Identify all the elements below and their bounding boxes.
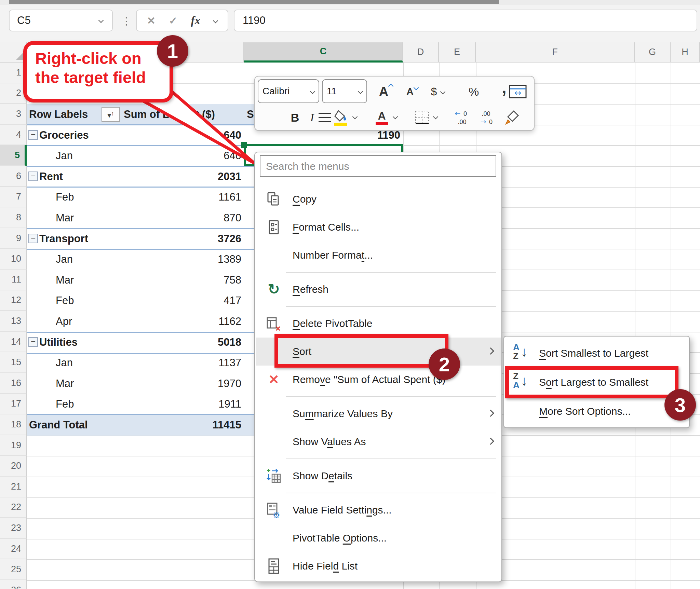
chevron-down-icon[interactable]	[352, 114, 358, 120]
budget-value: 2031	[218, 166, 241, 187]
row-header-11[interactable]: 11	[0, 270, 27, 290]
menu-item-remove-sum-of-actual-spent[interactable]: ✕Remove "Sum of Actual Spent ($)"	[256, 366, 501, 394]
font-name-value: Calibri	[262, 86, 290, 97]
row-header-5[interactable]: 5	[0, 145, 27, 166]
column-header-E[interactable]: E	[439, 42, 476, 63]
menu-item-show-details[interactable]: Show Details	[256, 462, 501, 490]
menu-item-show-values-as[interactable]: Show Values As	[256, 428, 501, 456]
formula-actions: ✕ ✓ fx	[136, 10, 228, 31]
menu-item-value-field-settings[interactable]: ⚙Value Field Settings...	[256, 496, 501, 524]
row-header-12[interactable]: 12	[0, 290, 27, 311]
row-header-23[interactable]: 23	[0, 518, 27, 539]
merge-cells-button[interactable]: ↔	[506, 81, 530, 102]
pivot-row-label: Utilities	[39, 332, 78, 353]
column-header-G[interactable]: G	[635, 42, 671, 63]
menu-item-label: Hide Field List	[293, 552, 358, 580]
collapse-button[interactable]: −	[28, 172, 38, 181]
delete-pivottable-icon: ✕	[266, 316, 282, 331]
row-header-3[interactable]: 3	[0, 104, 27, 125]
annotation-callout: Right-click on the target field	[23, 41, 173, 102]
row-header-22[interactable]: 22	[0, 497, 27, 518]
row-header-17[interactable]: 17	[0, 394, 27, 415]
row-header-10[interactable]: 10	[0, 249, 27, 270]
collapse-button[interactable]: −	[28, 234, 38, 243]
row-header-19[interactable]: 19	[0, 435, 27, 456]
menu-item-label: Show Details	[293, 462, 352, 490]
menu-item-delete-pivottable[interactable]: ✕Delete PivotTable	[256, 310, 501, 338]
menu-item-number-format[interactable]: Number Format...	[256, 241, 501, 269]
svg-text:✕: ✕	[275, 325, 281, 331]
row-header-21[interactable]: 21	[0, 477, 27, 497]
menu-item-label: PivotTable Options...	[293, 524, 387, 552]
row-header-13[interactable]: 13	[0, 311, 27, 332]
font-name-select[interactable]: Calibri	[258, 79, 319, 103]
chevron-down-icon[interactable]	[213, 18, 218, 23]
grow-font-button[interactable]: A	[373, 81, 398, 102]
submenu-chevron-icon	[487, 438, 494, 445]
row-header-9[interactable]: 9	[0, 228, 27, 249]
collapse-button[interactable]: −	[28, 337, 38, 347]
accounting-format-button[interactable]: $	[426, 81, 450, 102]
collapse-button[interactable]: −	[28, 130, 38, 140]
menu-item-summarize-values-by[interactable]: Summarize Values By	[256, 400, 501, 428]
budget-value: 1911	[218, 394, 241, 414]
column-header-D[interactable]: D	[403, 42, 439, 63]
name-box[interactable]: C5	[9, 10, 113, 31]
column-header-H[interactable]: H	[671, 42, 700, 63]
mini-toolbar: Calibri11AA$%,↔BIA←0.00.00→0	[254, 76, 535, 131]
menu-item-hide-field-list[interactable]: Hide Field List	[256, 552, 501, 580]
submenu-item-more-sort-options[interactable]: More Sort Options...	[505, 397, 688, 426]
menu-separator	[286, 458, 496, 459]
row-header-18[interactable]: 18	[0, 414, 27, 435]
font-color-button[interactable]: A	[371, 107, 393, 128]
svg-text:.00: .00	[458, 119, 466, 125]
row-header-25[interactable]: 25	[0, 559, 27, 580]
budget-column-header: Sum of Budget ($)	[124, 104, 215, 125]
pivot-row-label: Mar	[56, 373, 74, 394]
font-size-select[interactable]: 11	[322, 79, 367, 103]
enter-icon[interactable]: ✓	[169, 15, 177, 27]
row-header-26[interactable]: 26	[0, 580, 27, 589]
menu-item-format-cells[interactable]: Format Cells...	[256, 213, 501, 241]
row-header-16[interactable]: 16	[0, 373, 27, 394]
decrease-decimal-button[interactable]: ←0.00	[451, 107, 473, 128]
pivot-row-label: Mar	[56, 207, 74, 228]
row-header-1[interactable]: 1	[0, 63, 27, 83]
percent-style-button[interactable]: %	[461, 81, 486, 102]
step-badge-1: 1	[157, 35, 188, 67]
menu-item-refresh[interactable]: ↻Refresh	[256, 275, 501, 303]
cancel-icon[interactable]: ✕	[147, 15, 156, 27]
row-header-14[interactable]: 14	[0, 332, 27, 353]
formula-input[interactable]: 1190	[234, 10, 697, 31]
chevron-down-icon[interactable]	[393, 114, 398, 120]
highlight-box-sort-largest	[505, 366, 678, 398]
borders-button[interactable]	[411, 107, 433, 128]
menu-search-input[interactable]	[260, 156, 502, 177]
row-header-24[interactable]: 24	[0, 539, 27, 560]
selected-cell-border-top	[244, 144, 403, 146]
column-header-C[interactable]: C	[244, 42, 403, 63]
row-header-2[interactable]: 2	[0, 83, 27, 104]
increase-decimal-button[interactable]: .00→0	[476, 107, 498, 128]
row-labels-filter-button[interactable]: ▾↑	[102, 107, 120, 122]
chevron-down-icon[interactable]	[98, 18, 104, 23]
row-header-20[interactable]: 20	[0, 456, 27, 477]
format-painter-button[interactable]	[501, 107, 523, 128]
fill-color-button[interactable]	[331, 107, 352, 128]
row-header-8[interactable]: 8	[0, 207, 27, 228]
menu-item-pivottable-options[interactable]: PivotTable Options...	[256, 524, 501, 552]
row-header-4[interactable]: 4	[0, 125, 27, 146]
shrink-font-button[interactable]: A	[400, 81, 424, 102]
column-header-F[interactable]: F	[476, 42, 635, 63]
row-header-15[interactable]: 15	[0, 352, 27, 373]
menu-search-box[interactable]	[260, 155, 496, 177]
chevron-down-icon[interactable]	[433, 114, 439, 120]
gridline	[671, 63, 671, 589]
menu-item-copy[interactable]: Copy	[256, 185, 501, 213]
highlight-box-sort	[274, 334, 448, 368]
selection-handle[interactable]	[241, 142, 247, 148]
row-header-7[interactable]: 7	[0, 187, 27, 208]
submenu-item-sort-smallest-to-largest[interactable]: AZ↓Sort Smallest to Largest	[505, 339, 688, 368]
row-header-6[interactable]: 6	[0, 166, 27, 187]
insert-function-icon[interactable]: fx	[191, 14, 201, 27]
